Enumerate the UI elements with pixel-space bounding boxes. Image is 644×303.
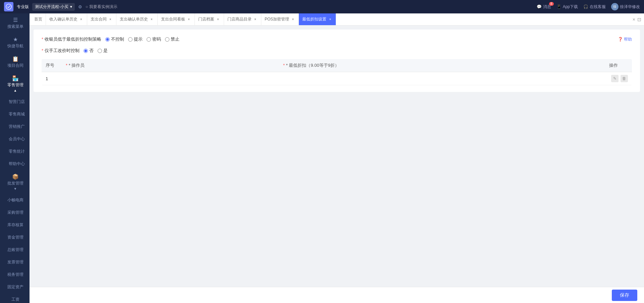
- col-header-discount: * * 最低折扣（9.00等于9折）: [279, 59, 605, 72]
- policy-hint-radio[interactable]: [128, 37, 132, 42]
- sidebar-item-retail-stats[interactable]: 零售统计: [0, 145, 30, 158]
- sidebar-label-member: 会员中心: [9, 136, 25, 142]
- tab-income-history-label: 收入确认单历史: [49, 16, 77, 22]
- tab-min-discount-label: 最低折扣设置: [302, 16, 326, 22]
- sidebar-item-tax[interactable]: 税务管理: [0, 268, 30, 281]
- sidebar-item-quicknav[interactable]: ★ 快捷导航: [0, 33, 30, 52]
- sidebar-item-retail-mall[interactable]: 零售商城: [0, 108, 30, 120]
- message-button[interactable]: 💬 消息 8: [537, 4, 551, 10]
- tab-payment-history[interactable]: 支出确认单历史 ×: [116, 13, 158, 26]
- sidebar-item-member[interactable]: 会员中心: [0, 133, 30, 145]
- tab-income-history-close[interactable]: ×: [79, 17, 84, 22]
- demo-link[interactable]: ○ 我要看实例演示: [86, 4, 117, 10]
- app-version-label: 专业版: [17, 4, 29, 10]
- save-button[interactable]: 保存: [612, 290, 637, 301]
- policy-no-control-radio[interactable]: [105, 37, 110, 42]
- cell-operator: [62, 72, 279, 85]
- tab-payment-history-close[interactable]: ×: [149, 17, 154, 22]
- sidebar-item-ecommerce[interactable]: 小畅电商: [0, 194, 30, 206]
- sidebar-label-help: 帮助中心: [9, 161, 25, 167]
- sidebar-item-finance[interactable]: 资金管理: [0, 231, 30, 244]
- policy-label: *收银员低于最低折扣控制策略: [42, 36, 101, 42]
- tab-payment-contract-close[interactable]: ×: [108, 17, 113, 22]
- tab-payment-contract[interactable]: 支出合同 ×: [87, 13, 116, 26]
- arrow-up-icon: ▲: [14, 89, 17, 92]
- sidebar-label-salary: 工资: [11, 297, 19, 302]
- manual-yes-radio[interactable]: [98, 49, 102, 53]
- sidebar-item-purchase[interactable]: 采购管理: [0, 206, 30, 219]
- tab-store-products-label: 门店商品目录: [227, 16, 252, 22]
- chevron-down-icon: ▾: [70, 4, 72, 9]
- manual-no-radio[interactable]: [84, 49, 88, 53]
- project-name: 测试分开流程-小买: [35, 4, 68, 10]
- close-tab-icon[interactable]: ×: [633, 17, 635, 22]
- tab-bar: 首页 收入确认单历史 × 支出合同 × 支出确认单历史 × 支出合同看板 × 门…: [30, 13, 644, 26]
- required-mark-2: *: [42, 48, 43, 53]
- settings-icon[interactable]: ⚙: [78, 4, 82, 9]
- tab-min-discount[interactable]: 最低折扣设置 ×: [299, 13, 336, 26]
- user-profile-button[interactable]: 徐 徐泽华修改: [611, 3, 640, 10]
- policy-password-radio[interactable]: [147, 37, 151, 42]
- policy-forbid-radio[interactable]: [165, 37, 169, 42]
- sidebar-item-ledger[interactable]: 总账管理: [0, 244, 30, 256]
- tab-pos-password[interactable]: POS加密管理 ×: [261, 13, 299, 26]
- download-icon: 📱: [556, 4, 561, 9]
- sidebar-item-inventory[interactable]: 库存核算: [0, 219, 30, 231]
- help-link[interactable]: ❓ 帮助: [618, 37, 632, 42]
- tab-store-archive-label: 门店档案: [198, 16, 214, 22]
- col-header-operator: * * 操作员: [62, 59, 279, 72]
- tab-store-products[interactable]: 门店商品目录 ×: [224, 13, 261, 26]
- table-row: 1 ✎ 🗑: [42, 72, 632, 85]
- sidebar-item-marketing[interactable]: 营销推广: [0, 120, 30, 133]
- policy-hint[interactable]: 提示: [128, 36, 143, 42]
- delete-icon[interactable]: 🗑: [621, 75, 628, 82]
- manual-yes[interactable]: 是: [98, 48, 108, 54]
- sidebar-label-assets: 固定资产: [7, 284, 23, 290]
- help-label: 帮助: [624, 37, 632, 42]
- tab-income-history[interactable]: 收入确认单历史 ×: [46, 13, 87, 26]
- policy-password[interactable]: 密码: [147, 36, 161, 42]
- sidebar-item-retail[interactable]: 🏪 零售管理 ▲: [0, 72, 30, 96]
- sidebar-item-assets[interactable]: 固定资产: [0, 281, 30, 293]
- sidebar-item-search[interactable]: ☰ 搜索菜单: [0, 13, 30, 33]
- tab-payment-board[interactable]: 支出合同看板 ×: [158, 13, 195, 26]
- policy-no-control[interactable]: 不控制: [105, 36, 124, 42]
- policy-forbid-label: 禁止: [171, 36, 179, 42]
- manual-label: *仅手工改价时控制: [42, 48, 79, 54]
- project-selector[interactable]: 测试分开流程-小买 ▾: [32, 3, 75, 11]
- sidebar-item-salary[interactable]: 工资: [0, 293, 30, 303]
- tab-pos-password-close[interactable]: ×: [290, 17, 295, 22]
- sidebar-label-ecommerce: 小畅电商: [7, 197, 23, 203]
- avatar: 徐: [611, 3, 619, 10]
- sidebar-label-tax: 税务管理: [7, 272, 23, 277]
- sidebar-label-ledger: 总账管理: [7, 247, 23, 253]
- top-bar: 专业版 测试分开流程-小买 ▾ ⚙ ○ 我要看实例演示 💬 消息 8 📱 App…: [0, 0, 644, 13]
- cell-min-discount: [279, 72, 605, 85]
- policy-forbid[interactable]: 禁止: [165, 36, 179, 42]
- edit-icon[interactable]: ✎: [611, 75, 619, 82]
- sidebar-item-smart-store[interactable]: 智营门店: [0, 96, 30, 108]
- manual-form-row: *仅手工改价时控制 否 是: [42, 48, 632, 54]
- policy-no-control-label: 不控制: [111, 36, 124, 42]
- tab-min-discount-close[interactable]: ×: [328, 17, 332, 22]
- policy-radio-group: 不控制 提示 密码 禁止: [105, 36, 179, 42]
- tab-store-archive[interactable]: 门店档案 ×: [195, 13, 224, 26]
- sidebar-item-invoice[interactable]: 发票管理: [0, 256, 30, 268]
- sidebar-item-help[interactable]: 帮助中心: [0, 158, 30, 170]
- demo-label: 我要看实例演示: [89, 4, 117, 10]
- app-download-button[interactable]: 📱 App下载: [556, 4, 578, 10]
- sidebar-item-wholesale[interactable]: 📦 批发管理 ▼: [0, 170, 30, 194]
- tab-payment-board-close[interactable]: ×: [186, 17, 191, 22]
- tab-home[interactable]: 首页: [31, 13, 46, 26]
- maximize-icon[interactable]: ⊡: [637, 17, 641, 22]
- tab-store-archive-close[interactable]: ×: [216, 17, 220, 22]
- sidebar-label-inventory: 库存核算: [7, 222, 23, 228]
- customer-service-button[interactable]: 🎧 在线客服: [583, 4, 606, 10]
- manual-no[interactable]: 否: [84, 48, 94, 54]
- wholesale-icon: 📦: [12, 173, 19, 180]
- tab-store-products-close[interactable]: ×: [253, 17, 258, 22]
- policy-form-row: *收银员低于最低折扣控制策略 不控制 提示 密码: [42, 36, 632, 42]
- sidebar-item-project[interactable]: 📋 项目合同: [0, 52, 30, 72]
- sidebar-label-finance: 资金管理: [7, 235, 23, 240]
- tab-pos-password-label: POS加密管理: [265, 16, 289, 22]
